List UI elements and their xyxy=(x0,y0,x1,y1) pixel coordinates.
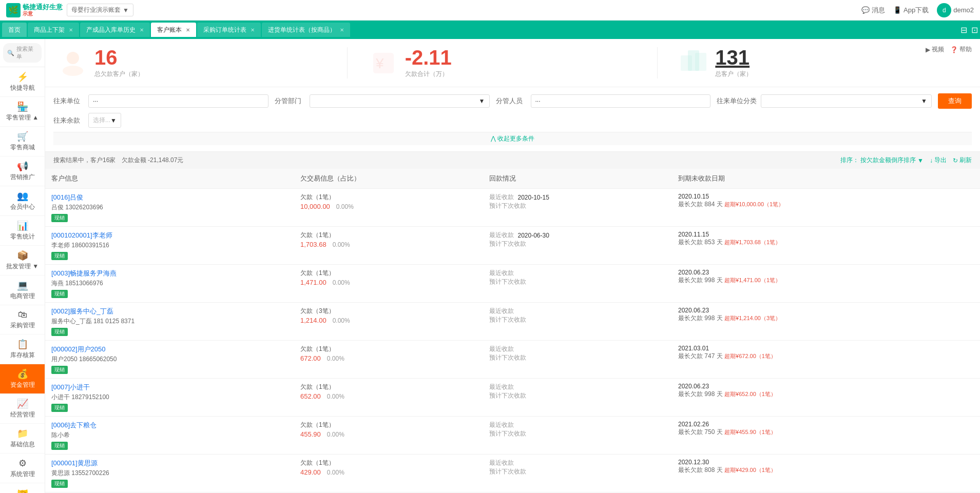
wholesale-icon: 📦 xyxy=(2,250,43,261)
sidebar-item-retail-mgmt[interactable]: 🏪 零售管理 ▲ xyxy=(0,97,45,127)
sidebar-item-marketing[interactable]: 📢 营销推广 xyxy=(0,156,45,186)
svg-rect-6 xyxy=(688,50,699,71)
stat-actions: ▶ 视频 ❓ 帮助 xyxy=(926,45,972,54)
debt-info-cell: 欠款（1笔） 455.90 0.00% xyxy=(294,417,483,455)
sidebar-item-ecommerce[interactable]: 💻 电商管理 xyxy=(0,275,45,305)
overdue-detail[interactable]: 超期¥429.00（1笔） xyxy=(724,467,776,473)
manager-label: 分管人员 xyxy=(496,96,527,106)
remain-select[interactable]: 选择... ▼ xyxy=(88,113,121,128)
close-icon[interactable]: ✕ xyxy=(340,27,344,33)
search-input[interactable]: 🔍 搜索菜单 xyxy=(3,43,42,63)
search-button[interactable]: 查询 xyxy=(938,93,972,109)
overdue-detail[interactable]: 超期¥1,703.68（1笔） xyxy=(724,239,781,245)
sidebar-item-system[interactable]: ⚙ 系统管理 xyxy=(0,453,45,483)
app-icon: 📱 xyxy=(893,6,901,14)
customer-id[interactable]: [0007]小进干 xyxy=(51,383,288,392)
overdue-detail[interactable]: 超期¥672.00（1笔） xyxy=(724,353,776,359)
tab-purchase-summary[interactable]: 采购订单统计表 ✕ xyxy=(197,23,261,37)
sidebar-item-collab[interactable]: 🤝 企业协同 xyxy=(0,483,45,493)
customer-id[interactable]: [000002]用户2050 xyxy=(51,345,288,354)
retail-stats-icon: 📊 xyxy=(2,220,43,231)
minimize-icon[interactable]: ⊟ xyxy=(960,25,967,35)
sidebar-item-member-center[interactable]: 👥 会员中心 xyxy=(0,186,45,216)
brand-subtitle[interactable]: 示意 xyxy=(23,11,63,16)
debt-pct: 0.00% xyxy=(333,317,350,324)
customer-id[interactable]: [0001020001]李老师 xyxy=(51,231,288,240)
tab-home[interactable]: 首页 xyxy=(2,23,27,37)
maximize-icon[interactable]: ⊡ xyxy=(971,25,978,35)
user-profile[interactable]: d demo2 xyxy=(937,3,974,17)
tab-customer-account[interactable]: 客户账本 ✕ xyxy=(151,23,196,37)
help-label: 帮助 xyxy=(959,45,972,54)
company-selector[interactable]: 母婴行业演示账套 ▼ xyxy=(67,4,133,16)
next-pay-label: 预计下次收款 xyxy=(489,353,526,362)
debt-total-text: 欠款金额 -21,148.07元 xyxy=(122,156,184,164)
refresh-button[interactable]: ↻ 刷新 xyxy=(953,156,972,165)
help-button[interactable]: ❓ 帮助 xyxy=(950,45,972,54)
tab-inbound-summary[interactable]: 进货单统计表（按商品） ✕ xyxy=(262,23,350,37)
sort-selector[interactable]: 排序： 按欠款金额倒序排序 ▼ xyxy=(840,156,924,165)
customer-badge: 现销 xyxy=(51,328,68,336)
overdue-detail[interactable]: 超期¥1,471.00（1笔） xyxy=(724,277,781,283)
app-download-button[interactable]: 📱 App下载 xyxy=(893,6,929,15)
source-unit-input[interactable]: ··· xyxy=(88,94,268,108)
due-date: 2020.06.23 xyxy=(678,307,974,314)
retail-stats-label: 零售统计 xyxy=(2,232,43,241)
filter-toggle[interactable]: ⋀ 收起更多条件 xyxy=(53,132,972,145)
sort-label: 排序： xyxy=(840,156,859,165)
customer-id[interactable]: [000001]黄思源 xyxy=(51,459,288,468)
sidebar-item-retail-mall[interactable]: 🛒 零售商城 xyxy=(0,127,45,156)
close-icon[interactable]: ✕ xyxy=(140,27,144,33)
sidebar-item-finance[interactable]: 💰 资金管理 xyxy=(0,364,45,394)
next-pay-row: 预计下次收款 xyxy=(489,429,666,438)
table-row: [0006]去下粮仓 陈小希 现销 欠款（1笔） 455.90 0.00% 最近… xyxy=(45,417,980,455)
next-pay-row: 预计下次收款 xyxy=(489,353,666,362)
customer-id[interactable]: [0002]服务中心_丁磊 xyxy=(51,307,288,316)
message-button[interactable]: 💬 消息 xyxy=(861,6,885,15)
system-icon: ⚙ xyxy=(2,458,43,469)
customer-id[interactable]: [0003]畅捷服务尹海燕 xyxy=(51,269,288,278)
sidebar-item-retail-stats[interactable]: 📊 零售统计 xyxy=(0,216,45,246)
overdue-detail[interactable]: 超期¥10,000.00（1笔） xyxy=(724,201,784,207)
department-select[interactable]: ▼ xyxy=(310,94,490,108)
due-date-cell: 2020.06.23 最长欠款 998 天 超期¥1,471.00（1笔） xyxy=(672,265,980,303)
customer-contact: 李老师 18600391516 xyxy=(51,241,288,250)
sidebar-item-quick-nav[interactable]: ⚡ 快捷导航 xyxy=(0,67,45,97)
next-pay-row: 预计下次收款 xyxy=(489,391,666,400)
total-customers-number: 131 xyxy=(715,47,752,68)
export-button[interactable]: ↓ 导出 xyxy=(930,156,947,165)
overdue-detail[interactable]: 超期¥652.00（1笔） xyxy=(724,391,776,397)
unit-category-select[interactable]: ▼ xyxy=(761,94,932,108)
username: demo2 xyxy=(953,6,974,14)
table-container: 客户信息 欠交易信息（占比） 回款情况 到期未收款日期 [0016]吕俊 吕俊 … xyxy=(45,169,980,493)
sidebar: 🔍 搜索菜单 ⚡ 快捷导航 🏪 零售管理 ▲ 🛒 零售商城 📢 营销推广 👥 会… xyxy=(0,39,45,493)
tab-products-listing[interactable]: 商品上下架 ✕ xyxy=(28,23,79,37)
customer-id[interactable]: [0016]吕俊 xyxy=(51,193,288,202)
sidebar-item-purchase-mgmt[interactable]: 🛍 采购管理 xyxy=(0,305,45,334)
video-button[interactable]: ▶ 视频 xyxy=(926,45,944,54)
overdue-detail[interactable]: 超期¥455.90（1笔） xyxy=(724,429,776,435)
sidebar-item-inventory[interactable]: 📋 库存核算 xyxy=(0,334,45,364)
finance-icon: 💰 xyxy=(2,368,43,380)
overdue-days: 最长欠款 853 天 超期¥1,703.68（1笔） xyxy=(678,238,974,247)
retail-mall-icon: 🛒 xyxy=(2,131,43,142)
customer-id[interactable]: [0006]去下粮仓 xyxy=(51,421,288,430)
sidebar-item-wholesale-mgmt[interactable]: 📦 批发管理 ▼ xyxy=(0,246,45,275)
last-pay-date: 2020-06-30 xyxy=(518,232,549,239)
overdue-days: 最长欠款 998 天 超期¥1,214.00（3笔） xyxy=(678,314,974,323)
purchase-icon: 🛍 xyxy=(2,309,43,320)
sidebar-item-operations[interactable]: 📈 经营管理 xyxy=(0,394,45,424)
tab-production-history[interactable]: 产成品入库单历史 ✕ xyxy=(80,23,150,37)
close-icon[interactable]: ✕ xyxy=(186,27,190,33)
customer-badge: 现销 xyxy=(51,480,68,488)
last-pay-label: 最近收款 xyxy=(489,383,514,391)
close-icon[interactable]: ✕ xyxy=(69,27,73,33)
sidebar-item-basic-info[interactable]: 📁 基础信息 xyxy=(0,424,45,453)
close-icon[interactable]: ✕ xyxy=(251,27,255,33)
recovery-cell: 最近收款 预计下次收款 xyxy=(483,417,672,455)
manager-input[interactable]: ··· xyxy=(531,94,711,108)
overdue-detail[interactable]: 超期¥1,214.00（3笔） xyxy=(724,315,781,321)
recovery-cell: 最近收款 2020-10-15 预计下次收款 xyxy=(483,189,672,227)
table-row: [0016]吕俊 吕俊 13026203696 现销 欠款（1笔） 10,000… xyxy=(45,189,980,227)
remain-label: 往来余款 xyxy=(53,116,84,125)
